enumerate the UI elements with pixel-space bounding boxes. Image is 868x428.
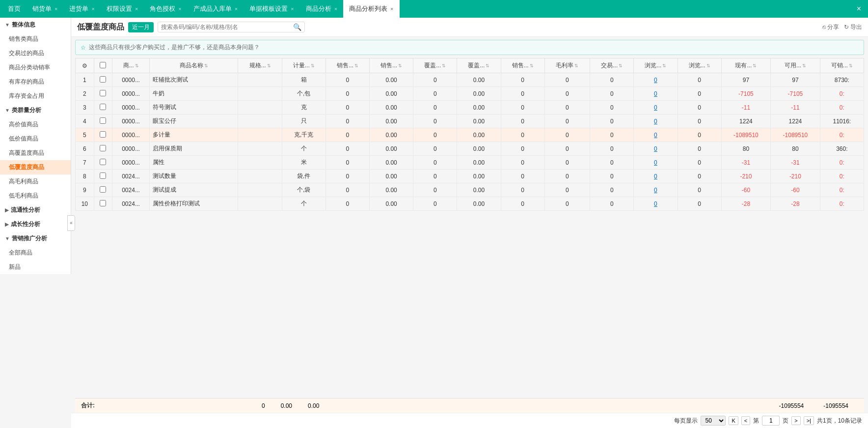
browse-link[interactable]: 0 <box>654 200 657 207</box>
row-browse1[interactable]: 0 <box>634 183 678 197</box>
row-checkbox[interactable] <box>94 197 112 211</box>
last-page-button[interactable]: >| <box>804 416 814 425</box>
row-name[interactable]: 眼宝公仔 <box>150 114 238 128</box>
col-browse1[interactable]: 浏览...⇅ <box>634 58 678 73</box>
nav-close-sales[interactable]: × <box>54 6 57 12</box>
nav-goods-analysis-list[interactable]: 商品分析列表 × <box>343 0 399 18</box>
nav-role[interactable]: 角色授权 × <box>144 0 187 18</box>
col-unit[interactable]: 计量...⇅ <box>282 58 326 73</box>
row-checkbox[interactable] <box>94 128 112 142</box>
export-button[interactable]: ↻ 导出 <box>844 23 862 31</box>
row-browse1[interactable]: 0 <box>634 156 678 170</box>
row-name[interactable]: 旺辅批次测试 <box>150 73 238 87</box>
sidebar-item-category-sales-rate[interactable]: 商品分类动销率 <box>0 60 71 75</box>
browse-link[interactable]: 0 <box>654 77 657 84</box>
browse-link[interactable]: 0 <box>654 118 657 125</box>
row-name[interactable]: 测试数量 <box>150 170 238 183</box>
sidebar-group-growth[interactable]: ▶ 成长性分析 <box>0 217 71 231</box>
sidebar-item-all-goods[interactable]: 全部商品 <box>0 246 71 260</box>
row-select[interactable] <box>100 76 106 83</box>
nav-close-role[interactable]: × <box>178 6 181 12</box>
row-select[interactable] <box>100 159 106 165</box>
browse-link[interactable]: 0 <box>654 187 657 194</box>
nav-close-template[interactable]: × <box>291 6 294 12</box>
sidebar-item-high-coverage[interactable]: 高覆盖度商品 <box>0 146 71 160</box>
row-checkbox[interactable] <box>94 101 112 114</box>
data-table-wrap[interactable]: ⚙ 商...⇅ 商品名称⇅ 规格...⇅ 计量...⇅ 销售...⇅ 销售...… <box>75 58 864 398</box>
row-browse1[interactable]: 0 <box>634 197 678 211</box>
row-browse1[interactable]: 0 <box>634 73 678 87</box>
sidebar-group-marketing[interactable]: ▼ 营销推广分析 <box>0 231 71 246</box>
sidebar-item-capital[interactable]: 库存资金占用 <box>0 89 71 103</box>
row-name[interactable]: 属性价格打印测试 <box>150 197 238 211</box>
next-page-button[interactable]: > <box>791 416 800 425</box>
browse-link[interactable]: 0 <box>654 104 657 111</box>
row-name[interactable]: 属性 <box>150 156 238 170</box>
col-code[interactable]: 商...⇅ <box>112 58 150 73</box>
row-select[interactable] <box>100 172 106 179</box>
nav-template[interactable]: 单据模板设置 × <box>244 0 299 18</box>
share-button[interactable]: ⎋ 分享 <box>822 23 839 31</box>
row-select[interactable] <box>100 200 106 206</box>
row-browse1[interactable]: 0 <box>634 101 678 114</box>
select-all-checkbox[interactable] <box>100 62 106 68</box>
row-browse1[interactable]: 0 <box>634 142 678 156</box>
row-name[interactable]: 多计量 <box>150 128 238 142</box>
row-checkbox[interactable] <box>94 114 112 128</box>
col-sales-qty[interactable]: 销售...⇅ <box>326 58 369 73</box>
col-transaction[interactable]: 交易...⇅ <box>590 58 634 73</box>
col-sellable[interactable]: 可销...⇅ <box>820 58 864 73</box>
search-icon[interactable]: 🔍 <box>293 23 301 31</box>
sidebar-item-low-coverage[interactable]: 低覆盖度商品 <box>0 160 71 174</box>
sidebar-item-high-value[interactable]: 高价值商品 <box>0 117 71 132</box>
browse-link[interactable]: 0 <box>654 132 657 139</box>
row-select[interactable] <box>100 131 106 138</box>
col-current[interactable]: 现有...⇅ <box>721 58 770 73</box>
col-checkbox[interactable] <box>94 58 112 73</box>
col-coverage2[interactable]: 覆盖...⇅ <box>457 58 501 73</box>
sidebar-item-low-value[interactable]: 低价值商品 <box>0 132 71 146</box>
row-checkbox[interactable] <box>94 183 112 197</box>
sidebar-collapse-button[interactable]: « <box>67 215 75 231</box>
row-browse1[interactable]: 0 <box>634 114 678 128</box>
row-name[interactable]: 启用保质期 <box>150 142 238 156</box>
row-name[interactable]: 符号测试 <box>150 101 238 114</box>
close-all-button[interactable]: × <box>852 0 866 18</box>
row-name[interactable]: 牛奶 <box>150 87 238 101</box>
col-browse2[interactable]: 浏览...⇅ <box>678 58 721 73</box>
search-input[interactable] <box>161 24 293 30</box>
nav-permission[interactable]: 权限设置 × <box>101 0 144 18</box>
browse-link[interactable]: 0 <box>654 90 657 97</box>
row-browse1[interactable]: 0 <box>634 128 678 142</box>
row-name[interactable]: 测试提成 <box>150 183 238 197</box>
page-size-select[interactable]: 20 50 100 <box>701 416 726 426</box>
sidebar-item-sales-goods[interactable]: 销售类商品 <box>0 32 71 46</box>
row-checkbox[interactable] <box>94 73 112 87</box>
nav-product-inbound[interactable]: 产成品入库单 × <box>188 0 244 18</box>
nav-close-goods-analysis-list[interactable]: × <box>390 6 393 12</box>
nav-close-permission[interactable]: × <box>135 6 138 12</box>
browse-link[interactable]: 0 <box>654 173 657 180</box>
row-select[interactable] <box>100 104 106 110</box>
col-spec[interactable]: 规格...⇅ <box>238 58 282 73</box>
sidebar-group-overall[interactable]: ▼ 整体信息 <box>0 18 71 32</box>
date-filter-button[interactable]: 近一月 <box>128 22 154 32</box>
browse-link[interactable]: 0 <box>654 159 657 166</box>
row-browse1[interactable]: 0 <box>634 87 678 101</box>
sidebar-group-cluster[interactable]: ▼ 类群量分析 <box>0 103 71 117</box>
sidebar-item-traded-goods[interactable]: 交易过的商品 <box>0 46 71 60</box>
browse-link[interactable]: 0 <box>654 145 657 152</box>
nav-goods-analysis[interactable]: 商品分析 × <box>300 0 343 18</box>
sidebar-item-new-goods[interactable]: 新品 <box>0 260 71 274</box>
first-page-button[interactable]: K <box>729 416 738 425</box>
nav-close-goods-analysis[interactable]: × <box>334 6 337 12</box>
col-sales-amt[interactable]: 销售...⇅ <box>370 58 413 73</box>
nav-home[interactable]: 首页 <box>2 0 27 18</box>
row-browse1[interactable]: 0 <box>634 170 678 183</box>
row-checkbox[interactable] <box>94 156 112 170</box>
col-name[interactable]: 商品名称⇅ <box>150 58 238 73</box>
row-checkbox[interactable] <box>94 170 112 183</box>
nav-close-product-inbound[interactable]: × <box>235 6 238 12</box>
row-select[interactable] <box>100 117 106 124</box>
sidebar-item-in-stock[interactable]: 有库存的商品 <box>0 75 71 89</box>
